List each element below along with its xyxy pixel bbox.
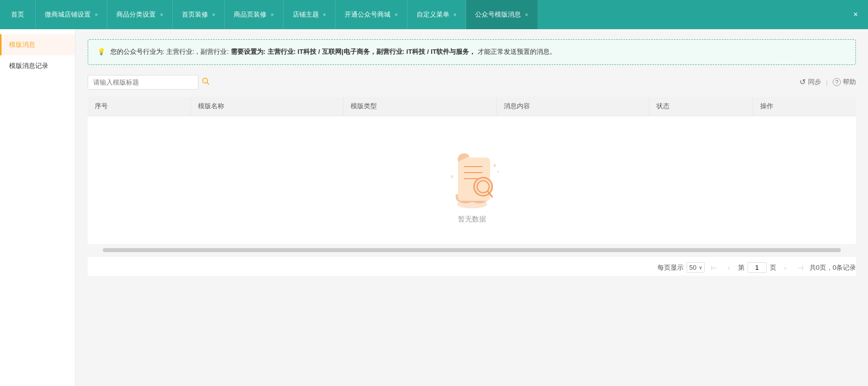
first-page-button[interactable]: ⊢ [708, 262, 720, 274]
notice-icon: 💡 [97, 48, 105, 55]
last-page-button[interactable]: ⊣ [794, 262, 807, 274]
sync-label: 同步 [808, 78, 821, 87]
page-size-value: 50 [689, 264, 696, 271]
nav-tab-product-page-decor[interactable]: 商品页装修× [225, 0, 283, 29]
nav-tab-micro-shop[interactable]: 微商城店铺设置× [36, 0, 107, 29]
pagination: 每页显示 50 ∨ ⊢ ‹ 第 页 › ⊣ 共0页，0条记录 [88, 256, 856, 276]
main-layout: 模版消息模版消息记录 💡 您的公众号行业为: 主营行业:，副营行业: 需要设置为… [0, 29, 868, 386]
scroll-track[interactable] [103, 248, 841, 252]
data-table: 序号模版名称模版类型消息内容状态操作 [88, 97, 856, 116]
page-size-label: 每页显示 [657, 263, 684, 272]
close-tab-open-wechat-mall[interactable]: × [394, 12, 397, 18]
help-icon: ? [833, 78, 841, 86]
help-label: 帮助 [843, 78, 856, 87]
sidebar-item-template-msg-record[interactable]: 模版消息记录 [0, 55, 75, 76]
close-tab-home-decor[interactable]: × [212, 12, 215, 18]
search-input[interactable] [88, 75, 198, 90]
content-area: 💡 您的公众号行业为: 主营行业:，副营行业: 需要设置为: 主营行业: IT科… [76, 29, 868, 386]
sync-button[interactable]: ↺ 同步 [799, 78, 821, 87]
notice-text2: 才能正常发送预置的消息。 [478, 48, 556, 55]
notice-highlight: 需要设置为: 主营行业: IT科技 / 互联网|电子商务，副营行业: IT科技 … [231, 48, 476, 55]
nav-tab-custom-menu[interactable]: 自定义菜单× [408, 0, 466, 29]
close-tab-custom-menu[interactable]: × [453, 12, 456, 18]
nav-tab-wechat-template-msg[interactable]: 公众号模版消息× [466, 0, 538, 29]
page-size-dropdown-icon: ∨ [699, 265, 702, 270]
table-header-status: 状态 [649, 97, 753, 116]
no-data-illustration [442, 146, 502, 212]
sidebar: 模版消息模版消息记录 [0, 29, 76, 386]
svg-point-10 [497, 171, 499, 173]
top-nav: 首页微商城店铺设置×商品分类设置×首页装修×商品页装修×店铺主题×开通公众号商城… [0, 0, 868, 29]
nav-tab-shop-theme[interactable]: 店铺主题× [284, 0, 336, 29]
svg-point-11 [450, 175, 453, 178]
search-icon [202, 77, 210, 85]
svg-point-9 [493, 164, 496, 167]
close-tab-micro-shop[interactable]: × [95, 12, 98, 18]
help-button[interactable]: ? 帮助 [833, 78, 856, 87]
search-button[interactable] [202, 77, 210, 87]
table-header-content: 消息内容 [496, 97, 649, 116]
sidebar-item-template-msg[interactable]: 模版消息 [0, 34, 75, 55]
close-tab-shop-theme[interactable]: × [323, 12, 326, 18]
close-all-button[interactable]: × [843, 0, 868, 29]
search-bar: ↺ 同步 | ? 帮助 [88, 75, 856, 90]
total-info: 共0页，0条记录 [810, 263, 856, 272]
search-left [88, 75, 210, 90]
page-prefix-label: 第 [738, 263, 745, 272]
table-header-seq: 序号 [88, 97, 190, 116]
next-page-button[interactable]: › [779, 262, 791, 274]
page-unit-label: 页 [770, 263, 776, 272]
prev-page-button[interactable]: ‹ [723, 262, 735, 274]
close-tab-product-category[interactable]: × [160, 12, 163, 18]
empty-text: 暂无数据 [458, 215, 486, 224]
table-header-type: 模版类型 [344, 97, 497, 116]
nav-tab-home[interactable]: 首页 [0, 0, 36, 29]
empty-icon [442, 146, 502, 207]
table-header-name: 模版名称 [190, 97, 344, 116]
table-header-action: 操作 [753, 97, 856, 116]
svg-line-1 [207, 83, 209, 85]
close-tab-wechat-template-msg[interactable]: × [525, 12, 528, 18]
notice-box: 💡 您的公众号行业为: 主营行业:，副营行业: 需要设置为: 主营行业: IT科… [88, 39, 856, 65]
nav-tab-home-decor[interactable]: 首页装修× [173, 0, 225, 29]
empty-state: 暂无数据 [88, 116, 856, 244]
nav-tab-product-category[interactable]: 商品分类设置× [107, 0, 172, 29]
page-number-input[interactable] [748, 262, 767, 273]
divider: | [826, 79, 828, 86]
notice-text1: 您的公众号行业为: 主营行业:，副营行业: [110, 48, 229, 55]
sync-icon: ↺ [799, 78, 806, 87]
close-tab-product-page-decor[interactable]: × [271, 12, 274, 18]
search-right: ↺ 同步 | ? 帮助 [799, 78, 856, 87]
page-size-select[interactable]: 50 ∨ [687, 262, 704, 273]
nav-tab-open-wechat-mall[interactable]: 开通公众号商城× [336, 0, 407, 29]
